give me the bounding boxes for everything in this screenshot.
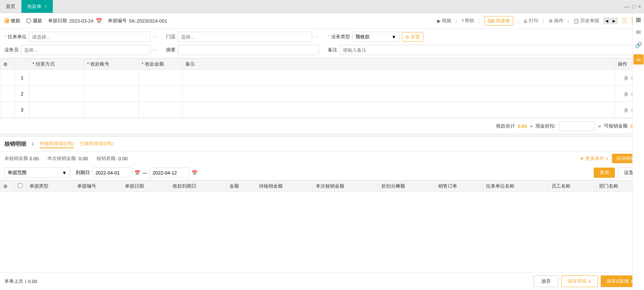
select-all-checkbox[interactable] — [18, 183, 23, 188]
query-btn[interactable]: 查询 — [594, 168, 615, 178]
more-conditions-btn[interactable]: ▼ 更多条件 ∧ — [580, 155, 609, 162]
receipt-radio[interactable]: 收款 — [4, 17, 20, 24]
abandon-btn[interactable]: 放弃 — [534, 275, 558, 287]
calendar-icon[interactable]: 📅 — [96, 18, 102, 24]
row3-amount[interactable] — [139, 102, 182, 118]
row2-amount[interactable] — [139, 86, 182, 102]
th-settings[interactable]: ⚙ — [0, 59, 15, 70]
range-select[interactable]: 单据范围 ▼ — [4, 168, 70, 178]
row2-payment[interactable] — [30, 86, 84, 102]
form-area: * 往来单位 ··· 门店 ··· * 业务类型 预收款 — [0, 29, 644, 58]
th-account: * 收款账号 — [84, 59, 139, 70]
row3-remark[interactable] — [182, 102, 615, 118]
counterpart-label: * 往来单位 — [4, 34, 27, 40]
date-value[interactable]: 2023-03-24 — [69, 18, 94, 24]
remark-input[interactable] — [339, 45, 640, 55]
tab-receipt[interactable]: 收款单 × — [21, 0, 53, 13]
business-type-select[interactable]: 预收款 ▼ — [352, 32, 400, 42]
recon-th-number: 单据编号 — [74, 181, 122, 192]
range-label: 单据范围 — [8, 169, 27, 176]
help-btn[interactable]: ? 帮助 — [461, 17, 474, 24]
date-to-calendar-icon[interactable]: 📅 — [192, 170, 197, 176]
summary-input[interactable] — [178, 45, 319, 55]
recon-info-icon[interactable]: ℹ — [32, 141, 34, 147]
current-value: 0.00 — [79, 156, 88, 161]
chat-sidebar-icon[interactable]: Ai — [633, 54, 644, 64]
recon-th-discount: 折扣分摊额 — [378, 181, 435, 192]
completed-tab[interactable]: 已核销单据(0笔) — [80, 140, 114, 148]
row2-remark[interactable] — [182, 86, 615, 102]
row3-payment[interactable] — [30, 102, 84, 118]
tab-close-icon[interactable]: × — [44, 4, 47, 9]
tab-home[interactable]: 首页 — [0, 0, 21, 13]
row1-payment[interactable] — [30, 70, 84, 86]
row1-amount[interactable] — [139, 70, 182, 86]
receipt-type-group: 收款 退款 — [4, 17, 42, 24]
row3-account[interactable] — [84, 102, 139, 118]
save-draft-btn[interactable]: 保存草稿 ∧ — [561, 275, 598, 287]
video-btn[interactable]: ▶ 视频 — [437, 17, 451, 24]
attach-sidebar-icon[interactable]: 🔗 — [635, 42, 642, 48]
business-type-field: * 业务类型 预收款 ▼ ⚙ 设置 — [328, 32, 423, 42]
nav-next[interactable]: ▶ — [611, 17, 617, 24]
range-chevron-icon: ▼ — [62, 170, 67, 176]
refund-radio[interactable]: 退款 — [26, 17, 42, 24]
unchecked-stat: 未核销金额 0.00 — [4, 155, 39, 162]
history-label: 历史单据 — [580, 17, 599, 24]
layout-icon[interactable]: 三 — [622, 17, 628, 25]
maximize-icon[interactable]: □ — [632, 4, 635, 9]
date-from-input[interactable] — [92, 168, 132, 178]
recon-th-checkbox[interactable] — [15, 181, 27, 192]
history-btn[interactable]: 📋 历史单据 — [573, 17, 599, 24]
print-btn[interactable]: 🖨 打印 — [523, 17, 538, 24]
date-to-input[interactable] — [149, 168, 189, 178]
receipt-radio-dot — [4, 18, 9, 23]
summary-label: 摘要 — [166, 47, 176, 53]
recon-th-pending: 待核销金额 — [256, 181, 313, 192]
row2-num: 2 — [15, 86, 30, 102]
recon-th-settings[interactable]: ⚙ — [0, 181, 15, 192]
form-row-1: * 往来单位 ··· 门店 ··· * 业务类型 预收款 — [4, 32, 640, 42]
counterpart-input[interactable] — [29, 32, 150, 42]
row2-account[interactable] — [84, 86, 139, 102]
recon-th-staff: 员工名称 — [548, 181, 596, 192]
operation-icon: ⚙ — [549, 18, 553, 24]
counterpart-more-btn[interactable]: ··· — [153, 34, 157, 40]
row3-delete-icon[interactable]: 🗑 — [624, 107, 629, 113]
store-field: 门店 ··· — [166, 32, 319, 42]
minimize-icon[interactable]: — — [624, 4, 629, 9]
bottom-info: 本单上次 ℹ 0.00 — [4, 278, 37, 285]
recon-table-area: ⚙ 单据类型 单据编号 单据日期 收款到期日 金额 待核销金额 本次核销金额 折… — [0, 180, 644, 272]
row1-account[interactable] — [84, 70, 139, 86]
bottom-info-icon[interactable]: ℹ — [25, 279, 27, 284]
nav-arrows: ◀ ▶ — [604, 17, 617, 24]
staff-input[interactable] — [21, 45, 150, 55]
nav-prev[interactable]: ◀ — [604, 17, 610, 24]
total-value: 0.00 — [518, 124, 527, 129]
mail-sidebar-icon[interactable]: ✉ — [636, 29, 641, 36]
form-settings-btn[interactable]: ⚙ 设置 — [402, 32, 423, 42]
summary-row: 收款合计 0.00 + 现金折扣: = 可核销金额 0.00 — [0, 118, 644, 134]
store-more-btn[interactable]: ··· — [314, 34, 319, 40]
staff-more-btn[interactable]: ··· — [153, 47, 157, 53]
current-stat: 本次核销金额: 0.00 — [47, 155, 88, 162]
unchecked-value: 0.00 — [30, 156, 39, 161]
shortcut-btn[interactable]: ⌨ 快捷键 — [484, 16, 513, 26]
close-icon[interactable]: × — [638, 4, 641, 9]
pending-tab[interactable]: 待核销单据(0笔) — [40, 140, 74, 148]
discount-input[interactable] — [559, 121, 595, 131]
date-from-calendar-icon[interactable]: 📅 — [134, 170, 140, 176]
history-icon: 📋 — [573, 18, 579, 24]
row2-settings — [0, 86, 15, 102]
table-sidebar-icon[interactable]: ▦ — [636, 16, 641, 23]
recon-stats: 未核销金额 0.00 本次核销金额: 0.00 核销差额: 0.00 ▼ 更多条… — [0, 152, 644, 165]
row1-delete-icon[interactable]: 🗑 — [624, 75, 629, 81]
row2-delete-icon[interactable]: 🗑 — [624, 91, 629, 97]
date-field: 单据日期 2023-03-24 📅 — [48, 17, 102, 24]
store-input[interactable] — [178, 32, 312, 42]
row3-num: 3 — [15, 102, 30, 118]
row1-remark[interactable] — [182, 70, 615, 86]
plus-sign: + — [530, 124, 533, 129]
help-icon: ? — [461, 18, 464, 24]
operation-btn[interactable]: ⚙ 操作 — [549, 17, 564, 24]
